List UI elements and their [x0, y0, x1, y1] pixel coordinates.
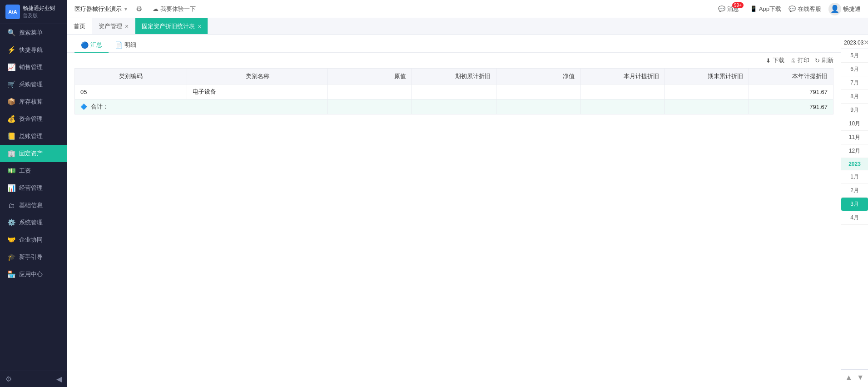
- sidebar-icon-collab: 🤝: [7, 236, 15, 244]
- rp-month-11[interactable]: 11月: [841, 131, 868, 144]
- sidebar-item-quicknav[interactable]: ⚡ 快捷导航: [0, 41, 67, 59]
- refresh-btn[interactable]: ↻ 刷新: [815, 56, 833, 64]
- tabbar: 首页 资产管理 × 固定资产折旧统计表 ×: [67, 18, 868, 35]
- sidebar-item-collab[interactable]: 🤝 企业协同: [0, 231, 67, 248]
- tab-home[interactable]: 首页: [67, 18, 92, 34]
- logo-text-block: 畅捷通好业财 普及版: [23, 5, 55, 19]
- depreciation-table: 类别编码 类别名称 原值 期初累计折旧 净值 本月计提折旧 期末累计折旧 本年计…: [74, 68, 833, 114]
- print-label: 打印: [798, 56, 809, 64]
- sidebar-label-fixedasset: 固定资产: [19, 149, 43, 158]
- sidebar-label-sales: 销售管理: [19, 63, 43, 71]
- app-label: App下载: [759, 5, 781, 13]
- data-table-wrap: 类别编码 类别名称 原值 期初累计折旧 净值 本月计提折旧 期末累计折旧 本年计…: [67, 68, 841, 387]
- sidebar-label-system: 系统管理: [19, 218, 43, 227]
- sidebar-label-finance: 资金管理: [19, 115, 43, 123]
- topbar: 医疗器械行业演示 ▾ ⚙ ☁ 我要体验一下 💬 消息 99+ 📱 App下载 💬…: [67, 0, 868, 18]
- service-btn[interactable]: 💬 在线客服: [789, 5, 821, 13]
- sidebar-item-inventory[interactable]: 📦 库存核算: [0, 93, 67, 110]
- company-chevron-icon: ▾: [124, 6, 127, 12]
- logo-icon: AtA: [5, 5, 20, 19]
- sidebar-icon-appstore: 🏪: [7, 270, 15, 278]
- tab-assetmgmt-close[interactable]: ×: [125, 23, 129, 30]
- sidebar-item-search[interactable]: 🔍 搜索菜单: [0, 24, 67, 41]
- table-total-row: 🔷 合计： 791.67: [75, 99, 833, 114]
- tab-depreciation-label: 固定资产折旧统计表: [142, 22, 195, 30]
- tab-assetmgmt-label: 资产管理: [99, 22, 122, 30]
- row-name: 电子设备: [187, 84, 327, 99]
- table-toolbar: ⬇ 下载 🖨 打印 ↻ 刷新: [67, 53, 841, 68]
- detail-icon: 📄: [115, 41, 123, 49]
- total-bnjitj: 791.67: [749, 99, 833, 114]
- sidebar-item-ledger[interactable]: 📒 总账管理: [0, 128, 67, 145]
- sidebar-item-finance[interactable]: 💰 资金管理: [0, 110, 67, 128]
- rp-month-3[interactable]: 3月: [841, 198, 868, 211]
- app-download-btn[interactable]: 📱 App下载: [750, 5, 781, 13]
- company-selector[interactable]: 医疗器械行业演示 ▾: [74, 5, 127, 13]
- row-qmljzj: [665, 84, 749, 99]
- sidebar-item-salary[interactable]: 💵 工资: [0, 162, 67, 179]
- table-row: 05 电子设备 791.67: [75, 84, 833, 99]
- content-area: 🔵 汇总 📄 明细 ⬇ 下载 🖨 打印 ↻: [67, 35, 868, 387]
- total-expand-icon[interactable]: 🔷: [80, 104, 87, 110]
- rp-month-10[interactable]: 10月: [841, 117, 868, 131]
- experience-btn[interactable]: ☁ 我要体验一下: [153, 5, 196, 13]
- rp-month-list: 5月 6月 7月 8月 9月 10月 11月 12月 2023 1月 2月 3月…: [841, 49, 868, 369]
- total-qichulj: [412, 99, 496, 114]
- sidebar-label-quicknav: 快捷导航: [19, 46, 43, 54]
- download-btn[interactable]: ⬇ 下载: [766, 56, 784, 64]
- service-label: 在线客服: [798, 5, 821, 13]
- sidebar-label-search: 搜索菜单: [19, 29, 43, 37]
- subtab-summary-label: 汇总: [90, 41, 102, 49]
- subtab-detail[interactable]: 📄 明细: [109, 38, 143, 53]
- row-byjtj: [580, 84, 665, 99]
- message-btn[interactable]: 💬 消息 99+: [718, 5, 739, 13]
- print-btn[interactable]: 🖨 打印: [790, 56, 809, 64]
- tab-assetmgmt[interactable]: 资产管理 ×: [92, 18, 135, 34]
- tab-depreciation[interactable]: 固定资产折旧统计表 ×: [135, 18, 208, 34]
- content-main: 🔵 汇总 📄 明细 ⬇ 下载 🖨 打印 ↻: [67, 35, 841, 387]
- right-panel: 2023.03 ✕ ⤢ 5月 6月 7月 8月 9月 10月 11月 12月 2…: [841, 35, 868, 387]
- col-header-yuanzhi: 原值: [327, 69, 412, 84]
- message-badge: 99+: [732, 2, 744, 8]
- sidebar-item-system[interactable]: ⚙️ 系统管理: [0, 214, 67, 231]
- topbar-right: 💬 消息 99+ 📱 App下载 💬 在线客服 👤 畅捷通: [718, 3, 861, 15]
- sidebar-item-baseinfo[interactable]: 🗂 基础信息: [0, 197, 67, 214]
- rp-month-2[interactable]: 2月: [841, 184, 868, 198]
- rp-month-9[interactable]: 9月: [841, 104, 868, 117]
- subtab-summary[interactable]: 🔵 汇总: [74, 38, 109, 53]
- topbar-settings-btn[interactable]: ⚙: [133, 3, 145, 15]
- rp-month-6[interactable]: 6月: [841, 63, 868, 76]
- tab-depreciation-close[interactable]: ×: [198, 23, 201, 30]
- rp-down-btn[interactable]: ▼: [855, 372, 865, 382]
- experience-label: 我要体验一下: [160, 5, 196, 13]
- rp-month-1[interactable]: 1月: [841, 170, 868, 184]
- settings-icon[interactable]: ⚙: [5, 375, 12, 383]
- col-header-qichulj: 期初累计折旧: [412, 69, 496, 84]
- rp-up-btn[interactable]: ▲: [844, 372, 854, 382]
- rp-month-5[interactable]: 5月: [841, 49, 868, 63]
- sidebar-item-sales[interactable]: 📈 销售管理: [0, 59, 67, 76]
- sidebar-label-ops: 经营管理: [19, 184, 43, 192]
- col-header-jingzhi: 净值: [496, 69, 580, 84]
- refresh-icon: ↻: [815, 57, 820, 64]
- sidebar-item-fixedasset[interactable]: 🏢 固定资产: [0, 145, 67, 162]
- sidebar-label-baseinfo: 基础信息: [19, 201, 43, 209]
- sidebar-item-guide[interactable]: 🎓 新手引导: [0, 248, 67, 266]
- sidebar-icon-system: ⚙️: [7, 218, 15, 227]
- summary-icon: 🔵: [81, 41, 89, 49]
- rp-month-12[interactable]: 12月: [841, 144, 868, 158]
- user-area[interactable]: 👤 畅捷通: [828, 3, 861, 15]
- sidebar: AtA 畅捷通好业财 普及版 🔍 搜索菜单 ⚡ 快捷导航 📈 销售管理 🛒 采购…: [0, 0, 67, 387]
- rp-close-btn[interactable]: ✕: [863, 38, 868, 47]
- rp-month-4[interactable]: 4月: [841, 211, 868, 225]
- sidebar-item-appstore[interactable]: 🏪 应用中心: [0, 266, 67, 283]
- rp-month-7[interactable]: 7月: [841, 76, 868, 90]
- collapse-icon[interactable]: ◀: [56, 375, 62, 383]
- cloud-icon: ☁: [153, 5, 159, 12]
- sidebar-label-salary: 工资: [19, 167, 31, 175]
- sidebar-item-purchase[interactable]: 🛒 采购管理: [0, 76, 67, 93]
- sidebar-footer: ⚙ ◀: [0, 371, 67, 387]
- sidebar-item-ops[interactable]: 📊 经营管理: [0, 179, 67, 197]
- total-label: 🔷 合计：: [75, 99, 328, 114]
- rp-month-8[interactable]: 8月: [841, 90, 868, 104]
